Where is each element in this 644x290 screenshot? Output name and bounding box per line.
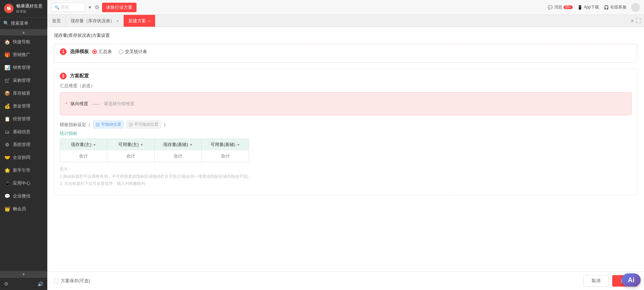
sidebar-item-operations[interactable]: 📋 经营管理: [0, 113, 47, 125]
stats-col-1-dropdown-icon[interactable]: ▼: [93, 143, 96, 147]
sidebar-item-label: 库存核算: [13, 90, 30, 96]
save-option[interactable]: 方案保存(可选): [54, 278, 90, 284]
sidebar-item-label: 企业协同: [13, 154, 30, 161]
topbar-industry-button[interactable]: 体验行业方案: [102, 3, 137, 12]
sidebar-item-finance[interactable]: 💰 资金管理: [0, 100, 47, 113]
stats-col-body-4: 合计: [202, 150, 249, 162]
topbar-right: 💬 消息 99+ 📱 App下载 🎧 在线客服: [548, 3, 640, 12]
tab-new-scheme-label: 新建方案: [128, 18, 146, 24]
box-icon: 📦: [4, 90, 10, 96]
movable-color-swatch: [96, 123, 100, 127]
phone-icon: 📱: [4, 180, 10, 186]
step2-header: 2 方案配置: [60, 73, 631, 79]
indicator-movable-badge: 可拖动位置: [93, 121, 124, 128]
sidebar-item-member[interactable]: 👑 畅会员: [0, 202, 47, 215]
logo-name: 畅康通好生意: [16, 3, 43, 9]
tabs-actions: × ⛶: [631, 18, 644, 24]
sidebar-item-label: 企业微信: [13, 193, 30, 199]
stats-table: 现存量(主) ▼ 可用量(主) ▼ 现存量(基辅) ▼: [60, 139, 249, 162]
tab-new-scheme-close-icon[interactable]: ×: [148, 19, 150, 23]
topbar-messages[interactable]: 💬 消息 99+: [548, 4, 573, 10]
topbar-online-service[interactable]: 🎧 在线客服: [604, 4, 626, 10]
logo-icon: 畅: [4, 4, 14, 13]
tab-expand-button[interactable]: ⛶: [636, 18, 641, 24]
sidebar-footer: ⚙ 🔊: [0, 277, 47, 290]
content-wrapper: 现存量(库存状况表)方案设置 1 选择模板 汇总表 交叉统计表: [47, 27, 644, 290]
radio-summary[interactable]: 汇总表: [92, 49, 112, 55]
stats-section: 统计指标 现存量(主) ▼ 可用量(主) ▼: [60, 130, 631, 162]
gear-icon: ⚙: [4, 142, 10, 148]
sidebar-item-system[interactable]: ⚙ 系统管理: [0, 138, 47, 151]
stats-col-header-3[interactable]: 现存量(基辅) ▼: [155, 139, 202, 150]
step1-badge: 1: [60, 48, 67, 55]
stats-col-header-4[interactable]: 可用量(基辅) ▼: [202, 139, 249, 150]
tips-section: 提示： 1.拖动标题栏可以调整布局，不可跨维度或指标区域拖动栏目字段(只能在同一…: [60, 166, 631, 188]
indicator-label: 模板指标设定（ 可拖动位置 不可拖动位置 ）: [60, 121, 631, 128]
tab-home[interactable]: 首页: [47, 15, 66, 27]
stats-col-2-label: 可用量(主): [118, 142, 139, 148]
sidebar-item-purchase[interactable]: 🛒 采购管理: [0, 74, 47, 87]
topbar-search-box[interactable]: 🔍 搜索: [51, 3, 85, 12]
dimension-box[interactable]: * 纵向维度 —— 请选择分组维度: [60, 92, 631, 115]
footer-audio-icon[interactable]: 🔊: [38, 281, 43, 287]
stats-col-header-1[interactable]: 现存量(主) ▼: [60, 139, 107, 150]
headset-icon: 🎧: [604, 5, 609, 10]
app-download-label: App下载: [584, 4, 599, 10]
sidebar-item-label: 基础信息: [13, 129, 30, 135]
topbar-app-download[interactable]: 📱 App下载: [577, 4, 599, 10]
indicator-fixed-badge: 不可拖动位置: [126, 121, 161, 128]
topbar-gear-icon[interactable]: ⚙: [95, 4, 99, 10]
indicator-label-text: 模板指标设定（: [60, 122, 91, 128]
tab-new-scheme[interactable]: 新建方案 ×: [124, 15, 155, 27]
sidebar-item-quicknav[interactable]: 🏠 快捷导航: [0, 35, 47, 48]
sidebar-search[interactable]: 🔍 搜索菜单: [0, 18, 47, 29]
sidebar-nav: 🏠 快捷导航 🎁 营销推广 📊 销售管理 🛒 采购管理 📦 库存核算 💰 资金管…: [0, 35, 47, 271]
ai-fab-button[interactable]: Ai: [622, 273, 641, 287]
sidebar-item-wechat[interactable]: 💬 企业微信: [0, 190, 47, 202]
cancel-button[interactable]: 取消: [583, 275, 609, 287]
sidebar-scroll-down[interactable]: ▼: [0, 271, 47, 277]
topbar-left: 🔍 搜索 ▼ ⚙ 体验行业方案: [51, 3, 544, 12]
step2-title: 方案配置: [70, 73, 89, 79]
cart-icon: 🛒: [4, 77, 10, 83]
tab-inventory-close-icon[interactable]: ×: [117, 19, 119, 23]
radio-cross-label: 交叉统计表: [125, 49, 147, 55]
sidebar-item-label: 新手引导: [13, 167, 30, 173]
tab-collapse-button[interactable]: ×: [631, 18, 634, 24]
message-icon: 💬: [548, 5, 553, 10]
sidebar-logo: 畅 畅康通好生意 标准版: [0, 0, 47, 18]
sidebar-item-marketing[interactable]: 🎁 营销推广: [0, 48, 47, 61]
dimension-required-mark: *: [66, 101, 67, 106]
tab-inventory-status[interactable]: 现存量（库存状况表） ×: [66, 15, 124, 27]
save-label: 方案保存(可选): [61, 278, 90, 284]
online-service-label: 在线客服: [610, 4, 626, 10]
sidebar-item-sales[interactable]: 📊 销售管理: [0, 61, 47, 74]
stats-col-header-2[interactable]: 可用量(主) ▼: [107, 139, 155, 150]
sidebar-item-inventory[interactable]: 📦 库存核算: [0, 87, 47, 100]
topbar-search-placeholder: 搜索: [61, 4, 69, 10]
stats-col-2-sub: 合计: [126, 153, 135, 159]
footer-settings-icon[interactable]: ⚙: [4, 281, 8, 287]
stats-col-4-dropdown-icon[interactable]: ▼: [237, 143, 240, 147]
sidebar-item-basic[interactable]: 🗂 基础信息: [0, 125, 47, 138]
stats-col-2-dropdown-icon[interactable]: ▼: [140, 143, 144, 147]
sidebar-item-label: 销售管理: [13, 65, 30, 71]
sidebar-scroll-up[interactable]: ▲: [0, 29, 47, 35]
indicator-fixed-label: 不可拖动位置: [134, 122, 158, 127]
tip1: 1.拖动标题栏可以调整布局，不可跨维度或指标区域拖动栏目字段(只能在同一维度或指…: [60, 173, 631, 180]
user-avatar[interactable]: [631, 3, 640, 12]
dimension-section-label: 汇总维度（必选）: [60, 83, 631, 89]
tabs-bar: 首页 现存量（库存状况表） × 新建方案 × × ⛶: [47, 15, 644, 27]
radio-cross[interactable]: 交叉统计表: [119, 49, 147, 55]
stats-col-3-dropdown-icon[interactable]: ▼: [190, 143, 193, 147]
sidebar-item-newguide[interactable]: 🌟 新手引导: [0, 164, 47, 177]
stats-col-3-sub: 合计: [174, 153, 182, 159]
sidebar-item-appcenter[interactable]: 📱 应用中心: [0, 177, 47, 190]
stats-table-body: 合计 合计 合计 合计: [60, 150, 249, 162]
star-icon: 🌟: [4, 167, 10, 173]
sidebar-item-enterprise[interactable]: 🤝 企业协同: [0, 151, 47, 164]
fixed-color-swatch: [129, 123, 133, 127]
topbar-dropdown-button[interactable]: ▼: [88, 5, 92, 10]
radio-summary-label: 汇总表: [99, 49, 112, 55]
save-checkbox[interactable]: [54, 279, 59, 283]
